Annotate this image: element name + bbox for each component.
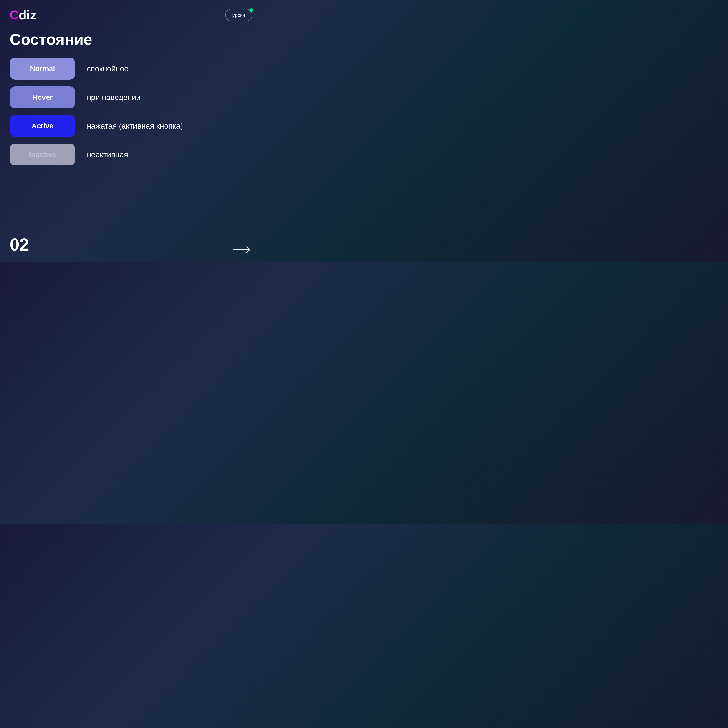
state-row-inactive: Inactive неактивная	[10, 144, 252, 165]
button-normal[interactable]: Normal	[10, 58, 75, 80]
page-number: 02	[10, 236, 29, 253]
description-normal: спокнойное	[87, 64, 128, 73]
logo: C diz	[10, 9, 37, 21]
next-arrow-icon[interactable]	[233, 246, 252, 253]
nav-dot-indicator	[249, 9, 253, 12]
button-active-label: Active	[32, 122, 54, 130]
button-inactive-label: Inactive	[29, 150, 56, 159]
logo-diz: diz	[19, 9, 37, 21]
state-row-normal: Normal спокнойное	[10, 58, 252, 80]
button-inactive[interactable]: Inactive	[10, 144, 75, 165]
description-inactive: неактивная	[87, 150, 128, 159]
description-hover: при наведении	[87, 93, 141, 102]
page-container: C diz уроки Состояние Normal спокнойное …	[0, 0, 262, 262]
state-row-hover: Hover при наведении	[10, 86, 252, 108]
button-active[interactable]: Active	[10, 115, 75, 137]
header: C diz уроки	[10, 9, 252, 21]
footer: 02	[10, 236, 252, 253]
nav-button[interactable]: уроки	[225, 9, 252, 21]
description-active: нажатая (активная кнопка)	[87, 122, 183, 130]
nav-label: уроки	[232, 12, 245, 18]
button-normal-label: Normal	[30, 64, 55, 73]
button-hover[interactable]: Hover	[10, 86, 75, 108]
state-row-active: Active нажатая (активная кнопка)	[10, 115, 252, 137]
states-list: Normal спокнойное Hover при наведении Ac…	[10, 58, 252, 230]
logo-c: C	[10, 9, 19, 21]
page-title: Состояние	[10, 31, 252, 48]
button-hover-label: Hover	[32, 93, 53, 101]
